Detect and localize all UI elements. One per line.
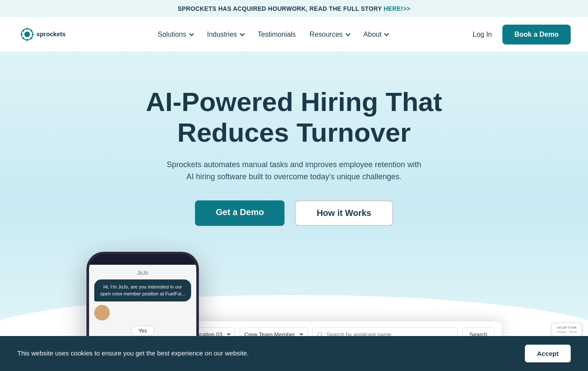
how-it-works-button[interactable]: How it Works (295, 200, 393, 226)
get-demo-button[interactable]: Get a Demo (195, 200, 284, 226)
book-demo-button[interactable]: Book a Demo (502, 25, 571, 44)
avatar-row (94, 305, 191, 320)
svg-text:sprockets: sprockets (36, 31, 66, 38)
navigation: sprockets Solutions Industries Testimoni… (0, 17, 588, 52)
cookie-banner: This website uses cookies to ensure you … (0, 336, 588, 371)
chat-bubble: Hi, I'm JoJo, are you interested in our … (94, 279, 191, 301)
yes-button[interactable]: Yes (131, 326, 154, 336)
nav-item-about[interactable]: About (364, 31, 389, 38)
chevron-down-icon (189, 31, 194, 36)
chevron-down-icon (345, 31, 350, 36)
avatar (94, 305, 110, 320)
chat-name: JoJo (94, 270, 191, 276)
cookie-accept-button[interactable]: Accept (525, 345, 571, 362)
logo[interactable]: sprockets (17, 22, 74, 46)
svg-rect-3 (26, 39, 28, 41)
hero-buttons: Get a Demo How it Works (9, 200, 579, 226)
nav-links: Solutions Industries Testimonials Resour… (158, 31, 389, 38)
hero-headline: AI-Powered Hiring That Reduces Turnover (125, 86, 463, 148)
phone-notch (125, 254, 160, 265)
nav-item-solutions[interactable]: Solutions (158, 31, 193, 38)
svg-rect-2 (26, 28, 28, 30)
hero-section: AI-Powered Hiring That Reduces Turnover … (0, 52, 588, 371)
chevron-down-icon (384, 31, 389, 36)
nav-item-resources[interactable]: Resources (310, 31, 349, 38)
recaptcha-badge: reCAPTCHA Privacy · Terms (552, 323, 582, 336)
nav-item-testimonials[interactable]: Testimonials (258, 31, 296, 38)
nav-right: Log In Book a Demo (473, 25, 571, 44)
cookie-message: This website uses cookies to ensure you … (17, 349, 516, 358)
svg-point-1 (24, 32, 30, 37)
login-link[interactable]: Log In (473, 31, 492, 38)
chevron-down-icon (240, 31, 244, 36)
hero-subtext: Sprockets automates manual tasks and imp… (164, 159, 424, 184)
nav-item-industries[interactable]: Industries (207, 31, 244, 38)
svg-rect-4 (20, 34, 22, 35)
announcement-bar: SPROCKETS HAS ACQUIRED HOURWORK, READ TH… (0, 0, 588, 17)
announcement-link[interactable]: HERE!>> (383, 5, 410, 12)
announcement-text: SPROCKETS HAS ACQUIRED HOURWORK, READ TH… (178, 5, 382, 12)
hero-content: AI-Powered Hiring That Reduces Turnover … (9, 86, 579, 226)
svg-rect-5 (32, 34, 34, 35)
